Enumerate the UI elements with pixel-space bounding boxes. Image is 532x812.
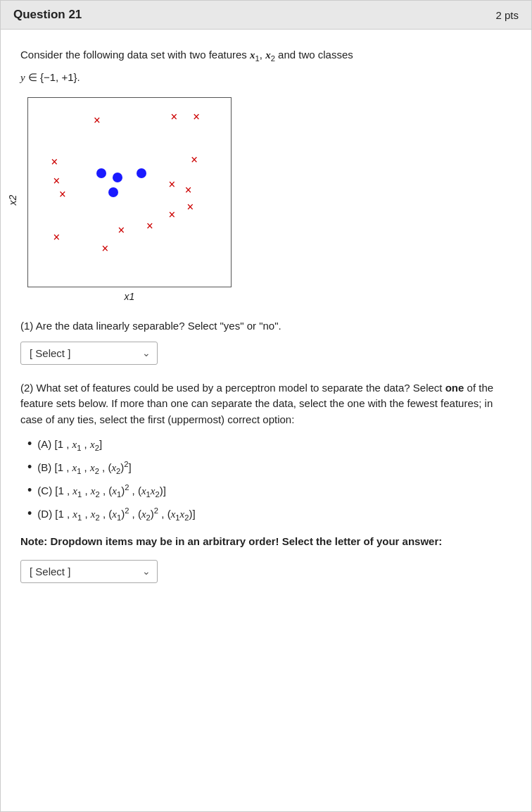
option-d-label: (D) [1 , x1 , x2 , (x1)2 , (x2)2 , (x1x2… <box>37 504 195 524</box>
red-x-15: × <box>186 201 194 213</box>
blue-dot-1 <box>96 168 106 178</box>
blue-dot-4 <box>137 168 146 178</box>
option-a-label: (A) [1 , x1 , x2] <box>37 436 102 454</box>
option-c-label: (C) [1 , x1 , x2 , (x1)2 , (x1x2)] <box>37 481 166 501</box>
bullet-c-dot: • <box>27 484 32 496</box>
question2-select[interactable]: [ Select ] A B C D <box>20 560 158 583</box>
intro-paragraph: Consider the following data set with two… <box>20 46 512 65</box>
question1-text: (1) Are the data linearly separable? Sel… <box>20 318 512 335</box>
bullet-b-dot: • <box>27 461 32 473</box>
q2-bold-one: one <box>445 382 464 394</box>
feature-x2: x <box>265 49 271 61</box>
red-x-5: × <box>53 175 60 187</box>
option-b-label: (B) [1 , x1 , x2 , (x2)2] <box>37 458 131 477</box>
y-axis-label: x2 <box>7 195 18 206</box>
red-x-11: × <box>118 224 125 237</box>
red-x-14: × <box>168 208 175 221</box>
question1-select[interactable]: [ Select ] yes no <box>20 342 158 365</box>
question-title: Question 21 <box>13 8 82 22</box>
y-def: y <box>20 72 25 83</box>
feature-x1: x <box>250 49 255 61</box>
option-a: • (A) [1 , x1 , x2] <box>27 436 512 454</box>
plot-wrapper: x2 × × × × × × × × × × × <box>27 97 232 303</box>
class-def: y ∈ {−1, +1}. <box>20 69 512 86</box>
option-c: • (C) [1 , x1 , x2 , (x1)2 , (x1x2)] <box>27 481 512 501</box>
card-body: Consider the following data set with two… <box>1 30 531 604</box>
question2-select-wrapper: [ Select ] A B C D ⌄ <box>20 560 158 583</box>
bullet-a-dot: • <box>27 437 32 450</box>
bullet-d-dot: • <box>27 507 32 520</box>
red-x-7: × <box>191 154 198 166</box>
note-text: Note: Dropdown items may be in an arbitr… <box>20 534 512 550</box>
sub-1: 1 <box>255 54 260 63</box>
question-card: Question 21 2 pts Consider the following… <box>0 0 532 812</box>
red-x-3: × <box>193 111 200 123</box>
red-x-6: × <box>59 188 66 201</box>
red-x-1: × <box>94 114 101 127</box>
red-x-8: × <box>168 178 175 191</box>
card-header: Question 21 2 pts <box>1 1 531 30</box>
x-axis-label: x1 <box>125 291 135 302</box>
feature-options-list: • (A) [1 , x1 , x2] • (B) [1 , x1 , x2 ,… <box>27 436 512 524</box>
scatter-plot: × × × × × × × × × × × × × × <box>27 97 232 287</box>
question-points: 2 pts <box>495 9 519 21</box>
red-x-2: × <box>170 111 177 123</box>
option-d: • (D) [1 , x1 , x2 , (x1)2 , (x2)2 , (x1… <box>27 504 512 524</box>
question2-text: (2) What set of features could be used b… <box>20 380 512 428</box>
option-b: • (B) [1 , x1 , x2 , (x2)2] <box>27 458 512 477</box>
blue-dot-2 <box>113 173 122 182</box>
blue-dot-3 <box>108 187 118 197</box>
red-x-12: × <box>101 242 108 255</box>
red-x-10: × <box>53 231 60 244</box>
sub-2: 2 <box>271 54 275 63</box>
question1-select-wrapper: [ Select ] yes no ⌄ <box>20 342 158 365</box>
red-x-13: × <box>146 220 153 232</box>
red-x-4: × <box>51 156 58 168</box>
red-x-9: × <box>184 184 191 196</box>
